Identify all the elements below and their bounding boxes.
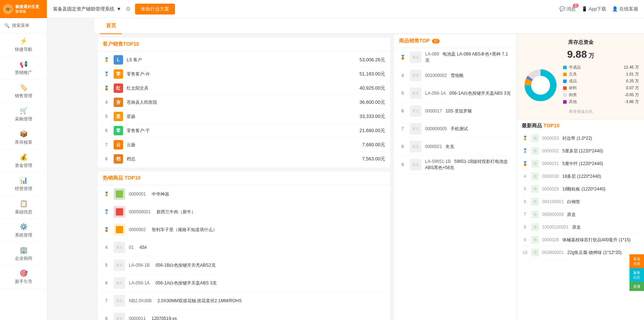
avatar: 零	[114, 69, 123, 79]
list-item: 4 图 0000030 18多层 (1220*2440)	[522, 170, 640, 183]
legend-label: 材料	[569, 85, 624, 91]
product-sales-header: 商品销售TOP 22	[394, 34, 517, 48]
rank-num: 🥈	[522, 148, 528, 153]
rank-number: 8	[103, 156, 110, 161]
sidebar-search-area: 🔍 搜索菜单	[0, 18, 47, 33]
chevron-down-icon: ▼	[117, 6, 121, 12]
list-item: 6 暂无 0000017 10S 变扭罗猴	[394, 102, 517, 120]
rank-num: 5	[399, 91, 406, 96]
product-thumbnail: 图	[531, 172, 539, 180]
sidebar-item-marketing[interactable]: 📢 营销推广	[0, 57, 47, 80]
product-thumbnail: 暂无	[410, 70, 421, 81]
product-info: 0000031 5厘中纤 (1220*2440)	[542, 161, 640, 167]
system-selector[interactable]: 装备及固定资产辅助管理系统 ▼	[53, 6, 121, 12]
donut-chart	[522, 67, 559, 103]
product-code: 0000017	[425, 108, 442, 114]
rank-num: 🥉	[103, 227, 110, 232]
product-code: 000800008	[542, 212, 564, 217]
rank-num: 6	[103, 280, 110, 286]
legend-item: 材料 0.07 万	[563, 85, 639, 91]
product-thumbnail: 暂无	[410, 87, 421, 99]
rank-num: 4	[399, 73, 406, 78]
customer-amount: 53,006.26元	[359, 57, 385, 63]
sidebar-item-base-info[interactable]: 📋 基础信息	[0, 196, 47, 219]
product-sales-list: 🥉 暂无 LA-089 电池盖 LA-089 ABS本色+黑种 7.1克 4 暂…	[394, 48, 517, 174]
product-thumbnail	[114, 188, 125, 200]
sidebar-item-finance[interactable]: 💰 资金管理	[0, 149, 47, 173]
rank-number: 🥉	[103, 86, 110, 91]
product-thumbnail	[114, 206, 125, 218]
list-item: 5 图 0000029 18颗粒板 (1220*2440)	[522, 183, 640, 196]
product-info: 0000033 封边带 (1.0*22)	[542, 135, 640, 141]
product-info: 0000021 夹克	[425, 144, 511, 150]
product-name: 新西兰牛肉（新牛）	[156, 209, 196, 215]
online-service-link[interactable]: 👤 在线客服	[612, 6, 638, 12]
avatar: 杏	[114, 98, 123, 107]
sidebar-item-sales[interactable]: 🏷️ 销售管理	[0, 80, 47, 103]
list-item: 6 暂无 LA-056-1A 056-1A白色按键开关盖ABS 3克	[98, 274, 390, 292]
legend-value: 0.07 万	[626, 85, 639, 91]
customer-ranking-panel: 客户销售TOP10 🥇 L LS 客户 53,006.26元 🥈 零 零售客户-…	[97, 37, 391, 168]
rank-num: 🥇	[103, 192, 110, 197]
rank-num: 🥈	[103, 209, 110, 214]
product-name: 雪地靴	[451, 73, 464, 78]
product-name: 056-1B白色按键开关壳ABS2克	[155, 262, 215, 268]
app-download-link[interactable]: 📱 App下载	[582, 6, 606, 12]
sidebar-item-inventory[interactable]: 📦 库存核算	[0, 126, 47, 149]
list-item: 8 图 10000100001 原盒	[522, 221, 640, 234]
sidebar-item-sys-mgmt[interactable]: ⚙️ 系统管理	[0, 219, 47, 242]
product-name: 智利车子里（规格不知道填什么）	[152, 227, 217, 233]
legend-item: 肉类 -0.05 万	[563, 92, 639, 98]
list-item: 8 暂无 0000021 夹克	[394, 138, 517, 156]
list-item: 🥇 0000001 中华神器	[98, 185, 390, 203]
table-row: 🥉 红 红太阳文具 40,925.00元	[98, 81, 390, 95]
product-code: NB2.0X30B	[129, 298, 152, 303]
list-item: 🥈 000500001 新西兰牛肉（新牛）	[98, 203, 390, 221]
product-name: 夹克	[445, 144, 454, 149]
operation-icon: 📊	[20, 176, 28, 184]
cs-hotline-button[interactable]: 客服热线	[629, 254, 644, 268]
sidebar-item-operation[interactable]: 📊 经营管理	[0, 173, 47, 196]
product-thumbnail: 图	[531, 160, 539, 168]
product-name: 5厘中纤 (1220*2440)	[562, 161, 603, 166]
list-item: 7 暂无 NB2.0X30B 2.0X30MM双搓花轴.搓花直径2.1MM/RO…	[98, 292, 390, 310]
sidebar-item-label: 销售管理	[15, 93, 32, 99]
cs-live-button[interactable]: 直播	[629, 282, 644, 291]
sidebar-item-enterprise[interactable]: 🏢 企业协同	[0, 242, 47, 266]
hot-products-title: 热销商品 TOP10	[103, 175, 140, 181]
sidebar-item-label: 营销推广	[15, 70, 32, 76]
customer-amount: 51,183.00元	[359, 71, 385, 77]
sidebar-item-purchase[interactable]: 🛒 采购管理	[0, 103, 47, 126]
product-name: 2.0X30MM双搓花轴.搓花直径2.1MM/ROHS	[158, 298, 242, 304]
product-code: LA-056-1A	[425, 91, 446, 96]
tab-home-label: 首页	[106, 22, 116, 28]
product-code: 0000029	[542, 186, 559, 192]
trial-button[interactable]: 体验行业方案	[135, 4, 175, 15]
product-info: 001000002 雪地靴	[425, 73, 511, 79]
customer-amount: 40,925.00元	[359, 85, 385, 91]
cs-community-button[interactable]: 服务社区	[629, 268, 644, 282]
legend-dot	[563, 79, 567, 83]
sidebar-item-quick-nav[interactable]: ⚡ 快捷导航	[0, 33, 47, 57]
product-code: LA-089	[425, 52, 439, 57]
system-name: 装备及固定资产辅助管理系统	[53, 6, 114, 12]
rank-num: 4	[522, 174, 528, 179]
logo-sub: 标准版	[15, 9, 39, 14]
customer-service-buttons: 客服热线 服务社区 直播	[629, 254, 644, 291]
finance-icon: 💰	[20, 153, 28, 161]
message-badge[interactable]: 💬 6 消息	[559, 6, 576, 12]
tab-home[interactable]: 首页	[100, 18, 122, 34]
sidebar-item-new-guide[interactable]: 🎯 新手引导	[0, 266, 47, 289]
inventory-subtitle: 库存资金占比	[522, 109, 639, 114]
legend-label: 成品	[569, 78, 624, 84]
legend-item: 文具 1.01 万	[563, 71, 639, 77]
avatar: 星	[114, 112, 123, 121]
product-name: 22g鱼豆腐-烧烤味 (1*12*20)	[567, 250, 621, 255]
svg-rect-1	[116, 208, 123, 216]
legend-label: 文具	[569, 71, 624, 77]
rank-num: 9	[522, 237, 528, 242]
gear-icon[interactable]: ⚙	[126, 5, 131, 12]
product-code: 0000011	[129, 316, 146, 320]
search-menu-button[interactable]: 🔍 搜索菜单	[3, 21, 44, 30]
customer-name: 零售客户-许	[127, 71, 356, 77]
